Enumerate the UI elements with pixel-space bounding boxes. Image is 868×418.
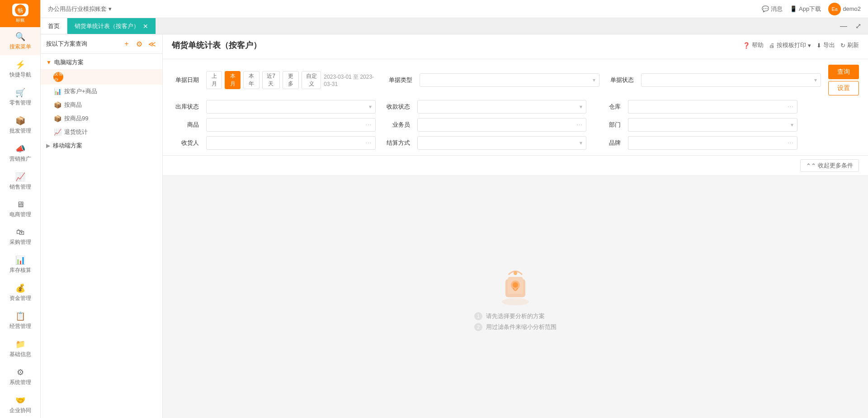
payment-method-label: 结算方式	[383, 139, 410, 147]
brand-ellipsis[interactable]: ···	[788, 139, 793, 147]
scheme-item-by-product[interactable]: 📦 按商品	[41, 98, 162, 112]
hint-text-1: 请先选择要分析的方案	[486, 312, 545, 320]
enterprise-icon: 🤝	[15, 395, 25, 405]
receiver-ellipsis[interactable]: ···	[365, 139, 371, 147]
svg-point-2	[502, 298, 529, 305]
scheme-group-desktop-header[interactable]: ▼ 电脑端方案	[41, 56, 162, 69]
quick-nav-icon: ⚡	[15, 60, 25, 70]
sidebar-item-ecommerce[interactable]: 🖥 电商管理	[0, 195, 40, 223]
sidebar-item-system[interactable]: ⚙ 系统管理	[0, 363, 40, 391]
date-btn-last-7[interactable]: 近7天	[262, 71, 280, 89]
avatar-text: Ea	[832, 6, 838, 12]
help-btn[interactable]: ❓ 帮助	[743, 41, 764, 49]
sidebar-item-label: 经营管理	[9, 323, 31, 330]
sidebar-item-basic[interactable]: 📁 基础信息	[0, 335, 40, 363]
right-panel: 销货单统计表（按客户） ❓ 帮助 🖨 按模板打印 ▾ ⬇	[163, 34, 868, 418]
tab-minimize-btn[interactable]: —	[838, 21, 849, 32]
filter-row-3: 商品 ··· 业务员 ··· 部门 ▾	[172, 118, 859, 132]
dept-select[interactable]: ▾	[628, 118, 797, 132]
scheme-item-label: 按商品99	[64, 114, 88, 123]
payment-method-select[interactable]: ▾	[417, 136, 587, 150]
product-ellipsis[interactable]: ···	[365, 121, 371, 129]
tab-close-icon[interactable]: ✕	[143, 23, 148, 30]
tab-home[interactable]: 首页	[41, 18, 67, 34]
app-download-icon: 📱	[790, 5, 797, 12]
template-print-btn[interactable]: 🖨 按模板打印 ▾	[769, 41, 811, 49]
sidebar-item-finance[interactable]: 💰 资金管理	[0, 279, 40, 307]
sidebar: 畅 标账 🔍 搜索菜单 ⚡ 快捷导航 🛒 零售管理 📦 批发管理 📣 营销推广 …	[0, 0, 41, 418]
search-btn[interactable]: 查询	[828, 65, 859, 79]
date-btn-this-month[interactable]: 本月	[225, 71, 241, 89]
payment-status-dropdown-icon: ▾	[580, 104, 582, 110]
setting-btn[interactable]: 设置	[828, 81, 859, 95]
salesman-ellipsis[interactable]: ···	[576, 121, 582, 129]
filter-area: 单据日期 上月 本月 本年 近7天 更多 自定义 2023-03-01 至 20…	[163, 59, 868, 156]
collapse-more-btn[interactable]: ⌃⌃ 收起更多条件	[800, 159, 859, 172]
sidebar-item-search-menu[interactable]: 🔍 搜索菜单	[0, 27, 40, 55]
payment-method-dropdown-icon: ▾	[580, 140, 582, 146]
warehouse-ellipsis[interactable]: ···	[788, 103, 793, 111]
scheme-item-label: 按客户	[53, 70, 63, 84]
salesman-label: 业务员	[383, 121, 410, 129]
refresh-label: 刷新	[847, 41, 859, 49]
sidebar-item-operation[interactable]: 📋 经营管理	[0, 307, 40, 335]
payment-status-select[interactable]: ▾	[417, 100, 587, 114]
out-stock-select[interactable]: ▾	[206, 100, 376, 114]
date-btn-this-year[interactable]: 本年	[243, 71, 259, 89]
action-bar: ⌃⌃ 收起更多条件	[163, 156, 868, 176]
industry-label: 办公用品行业模拟账套	[48, 5, 107, 13]
wholesale-icon: 📦	[15, 116, 25, 126]
sidebar-item-label: 批发管理	[9, 127, 31, 135]
sidebar-item-enterprise[interactable]: 🤝 企业协同	[0, 391, 40, 418]
operation-icon: 📋	[15, 311, 25, 321]
brand-label: 品牌	[594, 139, 621, 147]
doc-type-select[interactable]: ▾	[420, 73, 599, 87]
sidebar-item-purchase[interactable]: 🛍 采购管理	[0, 223, 40, 251]
date-control: 上月 本月 本年 近7天 更多 自定义 2023-03-01 至 2023-03…	[206, 71, 378, 89]
date-btn-custom[interactable]: 自定义	[302, 71, 321, 89]
salesman-input[interactable]: ···	[417, 118, 587, 132]
sidebar-item-sales[interactable]: 📈 销售管理	[0, 167, 40, 195]
sidebar-item-marketing[interactable]: 📣 营销推广	[0, 139, 40, 167]
scheme-settings-btn[interactable]: ⚙	[134, 39, 144, 49]
brand-input[interactable]: ···	[628, 136, 797, 150]
export-btn[interactable]: ⬇ 导出	[816, 41, 835, 49]
user-profile[interactable]: Ea demo2	[828, 3, 861, 15]
add-scheme-btn[interactable]: +	[122, 39, 132, 49]
collapse-panel-btn[interactable]: ≪	[147, 39, 157, 49]
out-stock-dropdown-icon: ▾	[369, 104, 372, 110]
sidebar-item-wholesale[interactable]: 📦 批发管理	[0, 111, 40, 139]
date-btn-more[interactable]: 更多	[283, 71, 298, 89]
scheme-group-mobile-header[interactable]: ▶ 移动端方案	[41, 139, 162, 152]
industry-dropdown[interactable]: 办公用品行业模拟账套 ▾	[48, 5, 112, 13]
scheme-item-return-stats[interactable]: 📈 退货统计	[41, 125, 162, 139]
refresh-btn[interactable]: ↻ 刷新	[840, 41, 859, 49]
sidebar-item-quick-nav[interactable]: ⚡ 快捷导航	[0, 55, 40, 83]
sidebar-item-retail[interactable]: 🛒 零售管理	[0, 83, 40, 111]
sidebar-item-label: 营销推广	[9, 155, 31, 163]
filter-row-1: 单据日期 上月 本月 本年 近7天 更多 自定义 2023-03-01 至 20…	[172, 65, 859, 95]
scheme-item-by-customer-product[interactable]: 📊 按客户+商品	[41, 85, 162, 98]
product-input[interactable]: ···	[206, 118, 376, 132]
receiver-input[interactable]: ···	[206, 136, 376, 150]
date-btn-last-month[interactable]: 上月	[206, 71, 222, 89]
basic-icon: 📁	[15, 339, 25, 349]
scheme-item-by-product-99[interactable]: 📦 按商品99	[41, 112, 162, 125]
active-scheme-icon: 按客户	[53, 72, 63, 82]
doc-status-select[interactable]: ▾	[641, 73, 821, 87]
sidebar-item-inventory[interactable]: 📊 库存核算	[0, 251, 40, 279]
scheme-icon: 📈	[53, 128, 61, 136]
app-download-btn[interactable]: 📱 App下载	[790, 5, 821, 13]
warehouse-input[interactable]: ···	[628, 100, 797, 114]
logo-text: 标账	[16, 17, 25, 24]
topbar-right: 💬 消息 📱 App下载 Ea demo2	[762, 3, 861, 15]
message-btn[interactable]: 💬 消息	[762, 5, 783, 13]
doc-status-dropdown-icon: ▾	[814, 77, 817, 83]
tab-maximize-btn[interactable]: ⤢	[853, 21, 863, 32]
scheme-item-by-customer[interactable]: 按客户	[41, 69, 162, 85]
tab-home-label: 首页	[48, 22, 60, 30]
page-header: 销货单统计表（按客户） ❓ 帮助 🖨 按模板打印 ▾ ⬇	[163, 34, 868, 59]
tab-sales-stats[interactable]: 销货单统计表（按客户） ✕	[67, 18, 156, 34]
scheme-icon: 📊	[53, 87, 61, 95]
filter-row-2: 出库状态 ▾ 收款状态 ▾ 仓库 ···	[172, 100, 859, 114]
